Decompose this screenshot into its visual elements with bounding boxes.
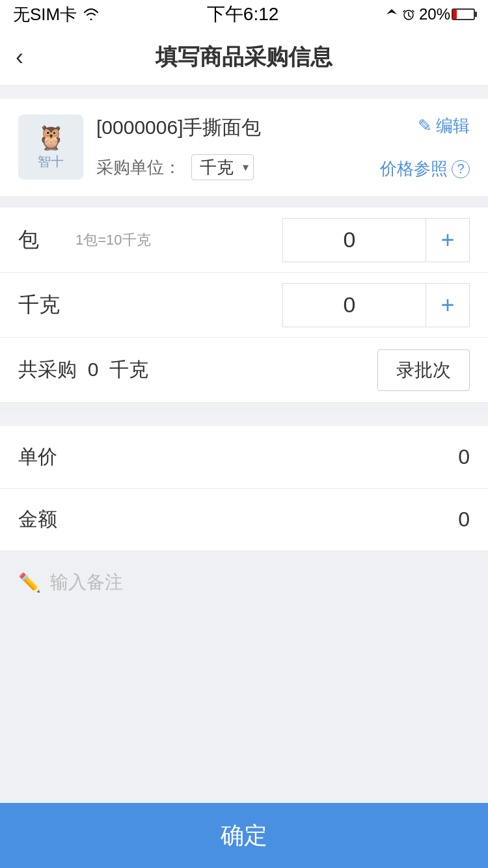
status-right: 20% xyxy=(385,5,475,23)
pencil-icon: ✏️ xyxy=(18,572,41,593)
location-icon xyxy=(385,8,398,21)
product-thumb-label: 智十 xyxy=(38,153,64,170)
confirm-label: 确定 xyxy=(221,820,267,852)
total-amount: 0 xyxy=(88,359,99,380)
unit-select[interactable]: 千克 包 克 xyxy=(191,154,254,180)
nav-bar: ‹ 填写商品采购信息 xyxy=(0,29,488,86)
qianke-input-row: 千克 + xyxy=(0,273,488,338)
notes-placeholder: 输入备注 xyxy=(50,570,123,595)
qianke-quantity-input[interactable] xyxy=(282,283,426,327)
bao-label: 包 xyxy=(18,226,70,254)
empty-area xyxy=(0,614,488,809)
total-label: 共采购 0 千克 xyxy=(18,357,148,383)
product-name: [0000006]手撕面包 xyxy=(96,115,470,141)
total-unit: 千克 xyxy=(109,359,148,380)
bao-plus-button[interactable]: + xyxy=(426,218,470,262)
bao-quantity-input[interactable] xyxy=(282,218,426,262)
amount-label: 金额 xyxy=(18,506,57,533)
unit-price-row: 单价 0 xyxy=(0,426,488,489)
status-carrier: 无SIM卡 xyxy=(13,3,100,26)
amount-row: 金额 0 xyxy=(0,489,488,551)
bao-input-row: 包 1包=10千克 + xyxy=(0,208,488,273)
edit-icon: ✎ xyxy=(418,116,432,136)
carrier-text: 无SIM卡 xyxy=(13,3,77,26)
back-button[interactable]: ‹ xyxy=(16,44,23,71)
amount-value: 0 xyxy=(458,508,470,532)
unit-price-label: 单价 xyxy=(18,444,57,470)
separator-1 xyxy=(0,196,488,208)
battery-percent: 20% xyxy=(419,5,450,23)
page-title: 填写商品采购信息 xyxy=(156,42,332,72)
unit-select-wrap[interactable]: 千克 包 克 ▾ xyxy=(191,154,254,180)
edit-label: 编辑 xyxy=(436,115,470,137)
battery-icon xyxy=(452,8,475,20)
edit-button[interactable]: ✎ 编辑 xyxy=(418,115,470,137)
price-ref-button[interactable]: 价格参照 ? xyxy=(380,157,470,180)
battery-indicator: 20% xyxy=(419,5,475,23)
status-bar: 无SIM卡 下午6:12 20% xyxy=(0,0,488,29)
alarm-icon xyxy=(402,8,415,21)
qianke-plus-button[interactable]: + xyxy=(426,283,470,327)
total-prefix: 共采购 xyxy=(18,359,77,380)
status-time: 下午6:12 xyxy=(207,2,279,27)
unit-price-value: 0 xyxy=(458,445,470,469)
input-section: 包 1包=10千克 + 千克 + 共采购 0 千克 录批次 xyxy=(0,208,488,403)
separator-2 xyxy=(0,403,488,414)
record-batch-button[interactable]: 录批次 xyxy=(377,349,470,391)
notes-section[interactable]: ✏️ 输入备注 xyxy=(0,551,488,614)
price-section: 单价 0 金额 0 xyxy=(0,426,488,551)
wifi-icon xyxy=(82,8,100,21)
total-row: 共采购 0 千克 录批次 xyxy=(0,338,488,403)
qianke-input-control: + xyxy=(282,283,470,327)
product-thumbnail: 🦉 智十 xyxy=(18,115,83,180)
info-icon: ? xyxy=(452,160,470,178)
confirm-button[interactable]: 确定 xyxy=(0,803,488,868)
bao-input-control: + xyxy=(282,218,470,262)
qianke-label: 千克 xyxy=(18,291,70,319)
product-thumb-icon: 🦉 xyxy=(36,124,66,152)
product-card: 🦉 智十 [0000006]手撕面包 采购单位： 千克 包 克 ▾ ✎ 编辑 xyxy=(0,99,488,196)
bao-sublabel: 1包=10千克 xyxy=(75,230,151,250)
unit-label: 采购单位： xyxy=(96,156,181,179)
price-ref-label: 价格参照 xyxy=(380,157,448,180)
